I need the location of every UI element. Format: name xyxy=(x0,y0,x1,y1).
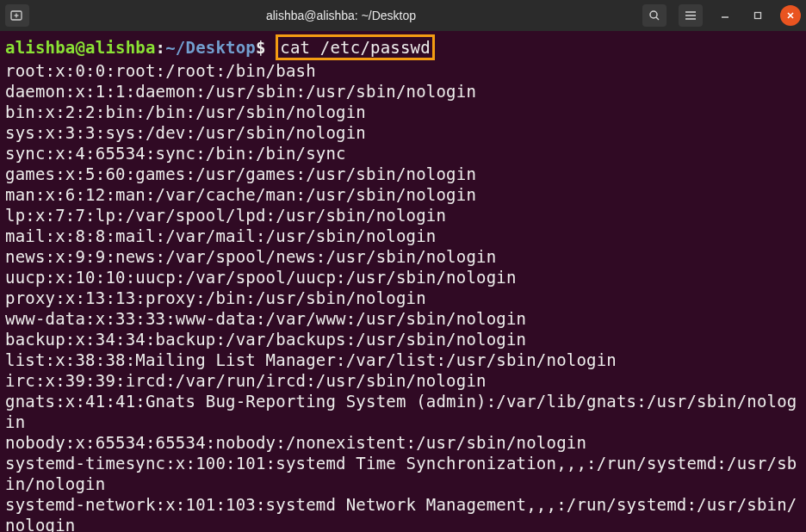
command-highlight: cat /etc/passwd xyxy=(276,34,435,60)
window-titlebar: alishba@alishba: ~/Desktop xyxy=(0,0,806,31)
output-line: irc:x:39:39:ircd:/var/run/ircd:/usr/sbin… xyxy=(5,370,801,391)
close-icon xyxy=(786,11,795,20)
prompt-user-host: alishba@alishba xyxy=(5,38,156,57)
prompt-line: alishba@alishba:~/Desktop$ cat /etc/pass… xyxy=(5,34,801,60)
output-line: list:x:38:38:Mailing List Manager:/var/l… xyxy=(5,350,801,370)
output-line: nobody:x:65534:65534:nobody:/nonexistent… xyxy=(5,432,801,453)
window-title: alishba@alishba: ~/Desktop xyxy=(40,5,642,26)
output-line: uucp:x:10:10:uucp:/var/spool/uucp:/usr/s… xyxy=(5,267,801,288)
output-line: sys:x:3:3:sys:/dev:/usr/sbin/nologin xyxy=(5,122,801,143)
hamburger-icon xyxy=(685,10,697,21)
minimize-icon xyxy=(721,11,729,20)
output-line: lp:x:7:7:lp:/var/spool/lpd:/usr/sbin/nol… xyxy=(5,205,801,226)
output-line: systemd-network:x:101:103:systemd Networ… xyxy=(5,494,801,532)
menu-button[interactable] xyxy=(679,4,703,27)
svg-rect-9 xyxy=(755,13,761,19)
maximize-button[interactable] xyxy=(747,5,768,26)
output-line: backup:x:34:34:backup:/var/backups:/usr/… xyxy=(5,329,801,350)
search-icon xyxy=(648,9,660,22)
svg-point-3 xyxy=(650,11,657,18)
output-line: man:x:6:12:man:/var/cache/man:/usr/sbin/… xyxy=(5,184,801,205)
output-line: root:x:0:0:root:/root:/bin/bash xyxy=(5,60,801,81)
output-line: sync:x:4:65534:sync:/bin:/bin/sync xyxy=(5,143,801,164)
new-tab-button[interactable] xyxy=(5,4,29,27)
output-line: gnats:x:41:41:Gnats Bug-Reporting System… xyxy=(5,391,801,432)
output-line: games:x:5:60:games:/usr/games:/usr/sbin/… xyxy=(5,164,801,184)
output-line: mail:x:8:8:mail:/var/mail:/usr/sbin/nolo… xyxy=(5,226,801,246)
close-button[interactable] xyxy=(780,5,801,26)
output-line: proxy:x:13:13:proxy:/bin:/usr/sbin/nolog… xyxy=(5,288,801,308)
minimize-button[interactable] xyxy=(715,5,735,26)
svg-line-4 xyxy=(656,17,659,20)
terminal-body[interactable]: alishba@alishba:~/Desktop$ cat /etc/pass… xyxy=(0,31,806,532)
prompt-colon: : xyxy=(156,38,166,57)
prompt-path: ~/Desktop xyxy=(165,38,256,57)
prompt-symbol: $ xyxy=(256,38,266,57)
maximize-icon xyxy=(753,11,762,20)
command-text: cat /etc/passwd xyxy=(280,38,431,57)
new-tab-icon xyxy=(10,9,24,22)
output-line: news:x:9:9:news:/var/spool/news:/usr/sbi… xyxy=(5,246,801,267)
output-line: bin:x:2:2:bin:/bin:/usr/sbin/nologin xyxy=(5,102,801,122)
output-line: daemon:x:1:1:daemon:/usr/sbin:/usr/sbin/… xyxy=(5,81,801,102)
output-line: www-data:x:33:33:www-data:/var/www:/usr/… xyxy=(5,308,801,329)
terminal-output: root:x:0:0:root:/root:/bin/bashdaemon:x:… xyxy=(5,60,801,532)
output-line: systemd-timesync:x:100:101:systemd Time … xyxy=(5,453,801,494)
search-button[interactable] xyxy=(642,4,666,27)
